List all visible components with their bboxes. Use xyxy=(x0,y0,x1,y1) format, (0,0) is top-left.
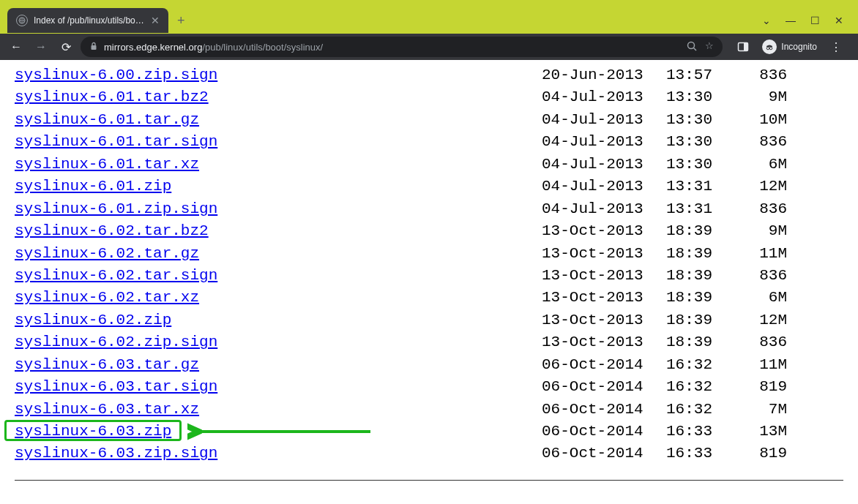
toolbar: ← → ⟳ mirrors.edge.kernel.org/pub/linux/… xyxy=(0,34,858,60)
file-link[interactable]: syslinux-6.03.tar.sign xyxy=(15,378,217,395)
file-size: 836 xyxy=(732,131,787,153)
reload-button[interactable]: ⟳ xyxy=(56,37,76,57)
new-tab-button[interactable]: + xyxy=(177,13,185,29)
file-size: 9M xyxy=(732,220,787,242)
file-size: 9M xyxy=(732,86,787,108)
globe-icon xyxy=(16,15,28,26)
file-time: 18:39 xyxy=(666,287,732,309)
file-time: 18:39 xyxy=(666,243,732,265)
file-size: 836 xyxy=(732,265,787,287)
svg-rect-5 xyxy=(744,43,748,51)
file-date: 13-Oct-2013 xyxy=(542,243,666,265)
file-link[interactable]: syslinux-6.01.zip xyxy=(15,178,171,195)
star-icon[interactable]: ☆ xyxy=(705,40,714,54)
list-item: syslinux-6.01.zip.sign04-Jul-201313:3183… xyxy=(15,198,843,220)
file-date: 20-Jun-2013 xyxy=(542,64,666,86)
file-date: 06-Oct-2014 xyxy=(542,421,666,443)
file-link[interactable]: syslinux-6.01.tar.xz xyxy=(15,156,199,173)
forward-button[interactable]: → xyxy=(31,37,51,57)
file-date: 06-Oct-2014 xyxy=(542,354,666,376)
back-button[interactable]: ← xyxy=(6,37,26,57)
file-size: 13M xyxy=(732,421,787,443)
file-date: 04-Jul-2013 xyxy=(542,131,666,153)
file-link[interactable]: syslinux-6.01.tar.gz xyxy=(15,111,199,128)
file-size: 819 xyxy=(732,443,787,464)
file-date: 04-Jul-2013 xyxy=(542,198,666,220)
file-date: 13-Oct-2013 xyxy=(542,309,666,331)
file-date: 13-Oct-2013 xyxy=(542,265,666,287)
file-link[interactable]: syslinux-6.03.tar.gz xyxy=(15,356,199,373)
list-item: syslinux-6.01.zip04-Jul-201313:3112M xyxy=(15,176,843,198)
list-item: syslinux-6.02.tar.gz13-Oct-201318:3911M xyxy=(15,243,843,265)
panel-icon[interactable] xyxy=(733,37,753,57)
chevron-down-icon[interactable]: ⌄ xyxy=(762,15,771,26)
incognito-badge[interactable]: Incognito xyxy=(762,40,817,54)
file-size: 11M xyxy=(732,354,787,376)
file-time: 13:31 xyxy=(666,176,732,198)
file-link[interactable]: syslinux-6.03.tar.xz xyxy=(15,401,199,418)
file-time: 16:32 xyxy=(666,399,732,421)
list-item: syslinux-6.01.tar.xz04-Jul-201313:306M xyxy=(15,154,843,176)
file-link[interactable]: syslinux-6.01.zip.sign xyxy=(15,200,217,217)
file-size: 819 xyxy=(732,376,787,398)
file-size: 10M xyxy=(732,109,787,131)
titlebar xyxy=(0,0,858,7)
file-time: 13:30 xyxy=(666,109,732,131)
file-link[interactable]: syslinux-6.02.tar.sign xyxy=(15,267,217,284)
file-link[interactable]: syslinux-6.02.zip xyxy=(15,312,171,328)
file-link[interactable]: syslinux-6.01.tar.bz2 xyxy=(15,89,209,105)
list-item: syslinux-6.01.tar.bz204-Jul-201313:309M xyxy=(15,86,843,108)
file-date: 04-Jul-2013 xyxy=(542,176,666,198)
list-item: syslinux-6.03.zip06-Oct-201416:3313M xyxy=(15,421,843,443)
file-date: 04-Jul-2013 xyxy=(542,86,666,108)
zoom-icon[interactable] xyxy=(686,40,698,54)
menu-icon[interactable]: ⋮ xyxy=(826,37,846,57)
list-item: syslinux-6.01.tar.sign04-Jul-201313:3083… xyxy=(15,131,843,153)
url-bar[interactable]: mirrors.edge.kernel.org/pub/linux/utils/… xyxy=(81,37,723,57)
svg-rect-1 xyxy=(92,45,97,50)
horizontal-rule xyxy=(15,480,843,481)
tab-bar: Index of /pub/linux/utils/boot/sy ✕ + ⌄ … xyxy=(0,7,858,34)
file-link[interactable]: syslinux-6.03.zip.sign xyxy=(15,445,217,462)
file-link[interactable]: syslinux-6.02.zip.sign xyxy=(15,334,217,350)
file-size: 836 xyxy=(732,331,787,353)
file-size: 6M xyxy=(732,287,787,309)
file-time: 18:39 xyxy=(666,265,732,287)
file-time: 18:39 xyxy=(666,309,732,331)
directory-listing: syslinux-6.00.zip.sign20-Jun-201313:5783… xyxy=(15,64,843,465)
list-item: syslinux-6.03.tar.sign06-Oct-201416:3281… xyxy=(15,376,843,398)
svg-line-3 xyxy=(694,48,697,50)
file-time: 13:30 xyxy=(666,131,732,153)
browser-tab[interactable]: Index of /pub/linux/utils/boot/sy ✕ xyxy=(7,8,168,33)
file-time: 16:33 xyxy=(666,421,732,443)
file-link[interactable]: syslinux-6.02.tar.xz xyxy=(15,289,199,306)
list-item: syslinux-6.03.tar.xz06-Oct-201416:327M xyxy=(15,399,843,421)
close-icon[interactable]: ✕ xyxy=(151,15,160,26)
list-item: syslinux-6.03.zip.sign06-Oct-201416:3381… xyxy=(15,443,843,464)
svg-point-7 xyxy=(769,47,772,50)
file-link[interactable]: syslinux-6.00.zip.sign xyxy=(15,67,217,83)
incognito-label: Incognito xyxy=(781,42,817,52)
page-content[interactable]: syslinux-6.00.zip.sign20-Jun-201313:5783… xyxy=(0,60,858,504)
lock-icon xyxy=(89,42,98,53)
file-time: 16:32 xyxy=(666,354,732,376)
file-link[interactable]: syslinux-6.02.tar.bz2 xyxy=(15,222,209,239)
list-item: syslinux-6.02.tar.xz13-Oct-201318:396M xyxy=(15,287,843,309)
maximize-button[interactable]: ☐ xyxy=(810,15,820,26)
file-date: 06-Oct-2014 xyxy=(542,399,666,421)
svg-point-6 xyxy=(766,47,769,50)
file-time: 13:30 xyxy=(666,154,732,176)
minimize-button[interactable]: — xyxy=(786,15,796,26)
list-item: syslinux-6.02.tar.sign13-Oct-201318:3983… xyxy=(15,265,843,287)
list-item: syslinux-6.00.zip.sign20-Jun-201313:5783… xyxy=(15,64,843,86)
list-item: syslinux-6.02.tar.bz213-Oct-201318:399M xyxy=(15,220,843,242)
file-link[interactable]: syslinux-6.02.tar.gz xyxy=(15,245,199,262)
url-path: /pub/linux/utils/boot/syslinux/ xyxy=(202,42,323,53)
file-date: 13-Oct-2013 xyxy=(542,220,666,242)
file-link[interactable]: syslinux-6.01.tar.sign xyxy=(15,133,217,150)
file-time: 13:31 xyxy=(666,198,732,220)
file-link[interactable]: syslinux-6.03.zip xyxy=(15,423,171,440)
close-window-button[interactable]: ✕ xyxy=(835,15,843,26)
window-controls: ⌄ — ☐ ✕ xyxy=(762,15,858,26)
file-size: 7M xyxy=(732,399,787,421)
